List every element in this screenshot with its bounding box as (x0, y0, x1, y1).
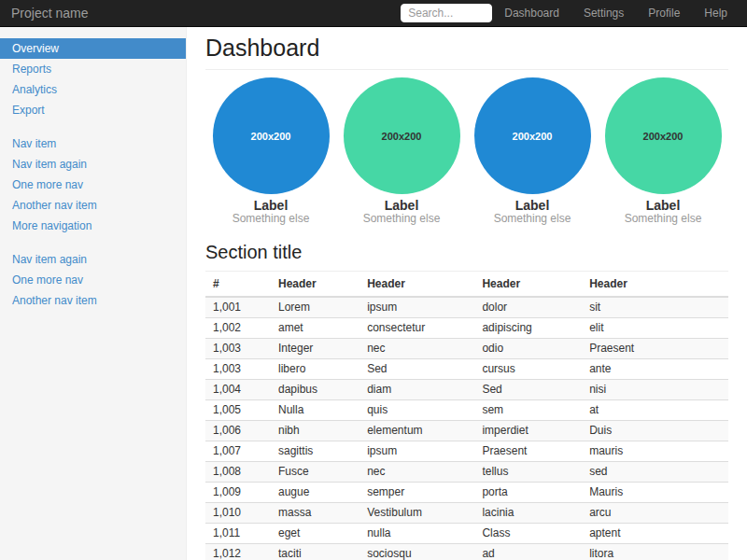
table-cell: porta (474, 483, 582, 503)
table-cell: Lorem (271, 297, 359, 318)
table-cell: elementum (359, 421, 474, 441)
table-cell: dapibus (271, 380, 359, 400)
sidebar-item-reports[interactable]: Reports (0, 59, 186, 79)
table-cell: cursus (474, 359, 582, 380)
sidebar-item-nav-item[interactable]: Nav item (0, 133, 186, 154)
placeholder-col: 200x200 Label Something else (598, 77, 728, 225)
table-cell: augue (271, 483, 359, 503)
placeholder-row: 200x200 Label Something else 200x200 Lab… (205, 77, 728, 225)
table-row: 1,003IntegernecodioPraesent (205, 339, 728, 359)
placeholder-col: 200x200 Label Something else (336, 77, 467, 225)
table-cell: ante (582, 359, 728, 380)
table-cell: Fusce (271, 462, 359, 483)
table-cell: dolor (474, 297, 582, 318)
table-cell: sociosqu (359, 544, 474, 560)
sidebar-item-another-nav-item[interactable]: Another nav item (0, 195, 186, 216)
sidebar-item-nav-item-again[interactable]: Nav item again (0, 154, 186, 175)
sidebar-item-one-more-nav[interactable]: One more nav (0, 175, 186, 195)
table-cell: litora (582, 544, 728, 560)
nav-link-settings[interactable]: Settings (571, 7, 636, 20)
table-cell: nisi (582, 380, 728, 400)
main-content: Dashboard 200x200 Label Something else 2… (187, 27, 747, 560)
nav-link-help[interactable]: Help (692, 7, 740, 20)
table-row: 1,006nibhelementumimperdietDuis (205, 421, 728, 441)
table-cell: consectetur (359, 318, 474, 339)
top-links: Dashboard Settings Profile Help (492, 7, 740, 20)
sidebar-group-1: Overview Reports Analytics Export (0, 38, 186, 120)
table-cell: Praesent (582, 339, 728, 359)
table-cell: imperdiet (474, 421, 582, 441)
placeholder-label: Label (467, 199, 598, 213)
table-cell: Sed (359, 359, 474, 380)
table-cell: mauris (582, 441, 728, 462)
table-cell: elit (582, 318, 728, 339)
placeholder-sublabel: Something else (336, 213, 467, 225)
table-cell: 1,001 (205, 297, 271, 318)
table-cell: 1,003 (205, 339, 271, 359)
table-header: Header (271, 273, 359, 297)
section-title: Section title (205, 242, 728, 272)
table-cell: nulla (359, 524, 474, 544)
table-cell: ipsum (359, 441, 474, 462)
table-cell: arcu (582, 503, 728, 524)
search-input[interactable] (401, 4, 492, 22)
table-row: 1,012tacitisociosquadlitora (205, 544, 728, 560)
placeholder-label: Label (598, 199, 728, 213)
nav-link-profile[interactable]: Profile (636, 7, 692, 20)
table-row: 1,003liberoSedcursusante (205, 359, 728, 380)
table-cell: quis (359, 400, 474, 421)
sidebar: Overview Reports Analytics Export Nav it… (0, 27, 187, 560)
table-cell: ad (474, 544, 582, 560)
brand[interactable]: Project name (11, 6, 88, 21)
table-cell: Nulla (271, 400, 359, 421)
table-row: 1,008Fuscenectellussed (205, 462, 728, 483)
placeholder-col: 200x200 Label Something else (205, 77, 336, 225)
table-cell: 1,012 (205, 544, 271, 560)
sidebar-item-another-nav-item-2[interactable]: Another nav item (0, 290, 186, 311)
table-header: Header (474, 273, 582, 297)
sidebar-item-one-more-nav-2[interactable]: One more nav (0, 270, 186, 290)
table-cell: 1,011 (205, 524, 271, 544)
sidebar-item-overview[interactable]: Overview (0, 38, 186, 59)
placeholder-sublabel: Something else (467, 213, 598, 225)
table-cell: 1,002 (205, 318, 271, 339)
placeholder-circle: 200x200 (474, 77, 591, 194)
table-cell: lacinia (474, 503, 582, 524)
table-header-row: # Header Header Header Header (205, 273, 728, 297)
sidebar-item-more-navigation[interactable]: More navigation (0, 216, 186, 236)
placeholder-label: Label (205, 199, 336, 213)
placeholder-circle: 200x200 (344, 77, 460, 194)
placeholder-circle: 200x200 (605, 77, 722, 194)
sidebar-item-nav-item-again-2[interactable]: Nav item again (0, 249, 186, 270)
table-cell: at (582, 400, 728, 421)
top-navbar: Project name Dashboard Settings Profile … (0, 0, 747, 27)
sidebar-item-analytics[interactable]: Analytics (0, 79, 186, 100)
table-row: 1,005Nullaquissemat (205, 400, 728, 421)
table-cell: libero (271, 359, 359, 380)
table-cell: 1,004 (205, 380, 271, 400)
table-cell: 1,006 (205, 421, 271, 441)
table-cell: sed (582, 462, 728, 483)
table-cell: sit (582, 297, 728, 318)
table-cell: massa (271, 503, 359, 524)
nav-link-dashboard[interactable]: Dashboard (492, 7, 571, 20)
table-cell: Mauris (582, 483, 728, 503)
table-cell: 1,007 (205, 441, 271, 462)
table-cell: Praesent (474, 441, 582, 462)
sidebar-group-3: Nav item again One more nav Another nav … (0, 249, 186, 311)
table-header: # (205, 273, 271, 297)
table-cell: amet (271, 318, 359, 339)
table-cell: diam (359, 380, 474, 400)
table-cell: tellus (474, 462, 582, 483)
table-cell: Sed (474, 380, 582, 400)
sidebar-group-2: Nav item Nav item again One more nav Ano… (0, 133, 186, 236)
placeholder-sublabel: Something else (598, 213, 728, 225)
table-cell: Class (474, 524, 582, 544)
table-cell: 1,009 (205, 483, 271, 503)
table-cell: sagittis (271, 441, 359, 462)
table-row: 1,011egetnullaClassaptent (205, 524, 728, 544)
sidebar-item-export[interactable]: Export (0, 100, 186, 120)
table-cell: eget (271, 524, 359, 544)
table-row: 1,002ametconsecteturadipiscingelit (205, 318, 728, 339)
table-cell: Vestibulum (359, 503, 474, 524)
